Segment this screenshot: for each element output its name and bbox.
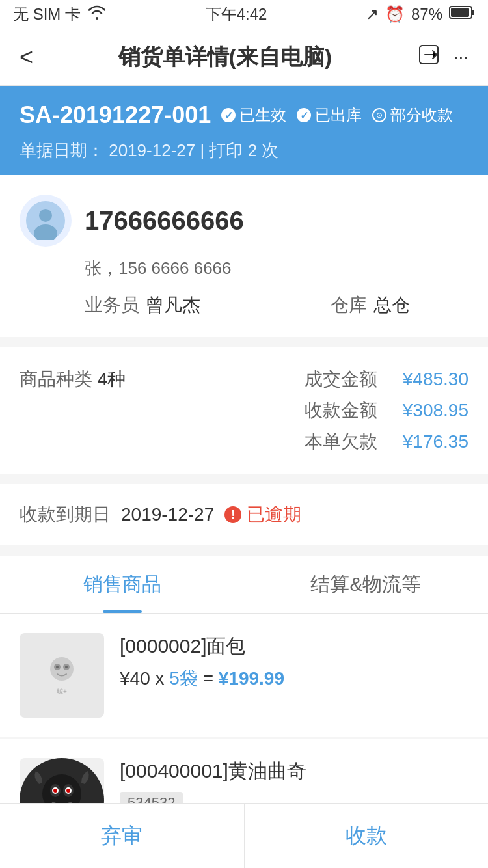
customer-sub-name: 张，156 6666 6666 bbox=[20, 257, 468, 280]
order-id: SA-20191227-001 bbox=[20, 102, 211, 129]
customer-section: 17666666666 张，156 6666 6666 业务员 曾凡杰 仓库 总… bbox=[0, 175, 488, 337]
amount-summary: 成交金额 ¥485.30 收款金额 ¥308.95 本单欠款 ¥176.35 bbox=[299, 367, 468, 454]
svg-text:鲸+: 鲸+ bbox=[57, 688, 67, 695]
tabs-row: 销售商品 结算&物流等 bbox=[0, 556, 488, 613]
badge-shipped: ✓ 已出库 bbox=[297, 105, 362, 126]
overdue-icon: ! bbox=[224, 506, 241, 523]
sales-value: 曾凡杰 bbox=[146, 293, 200, 318]
tab-sales-goods[interactable]: 销售商品 bbox=[0, 556, 244, 613]
debt-amount-row: 本单欠款 ¥176.35 bbox=[299, 429, 468, 454]
location-icon: ↗ bbox=[366, 5, 379, 23]
order-badges: ✓ 已生效 ✓ 已出库 ⊙ 部分收款 bbox=[221, 105, 453, 126]
due-date-value: 2019-12-27 bbox=[121, 504, 214, 525]
svg-point-11 bbox=[65, 666, 68, 668]
overdue-text: 已逾期 bbox=[247, 502, 301, 527]
svg-rect-2 bbox=[451, 8, 469, 17]
due-date-section: 收款到期日 2019-12-27 ! 已逾期 bbox=[0, 484, 488, 545]
confirm-button[interactable]: 收款 bbox=[245, 804, 489, 868]
overdue-badge: ! 已逾期 bbox=[224, 502, 301, 527]
badge-active: ✓ 已生效 bbox=[221, 105, 286, 126]
product-name-1: [0000002]面包 bbox=[120, 633, 468, 660]
summary-section: 商品种类 4种 成交金额 ¥485.30 收款金额 ¥308.95 本单欠款 ¥… bbox=[0, 347, 488, 474]
product-item-1: 鲸+ [0000002]面包 ¥40 x 5袋 = ¥199.99 bbox=[0, 614, 488, 737]
wifi-icon bbox=[87, 5, 107, 23]
order-date-row: 单据日期： 2019-12-27 | 打印 2 次 bbox=[20, 139, 468, 162]
alarm-icon: ⏰ bbox=[385, 5, 405, 23]
svg-point-19 bbox=[53, 789, 57, 793]
nav-bar: < 销货单详情(来自电脑) ··· bbox=[0, 29, 488, 86]
badge-partial: ⊙ 部分收款 bbox=[372, 105, 453, 126]
status-left: 无 SIM 卡 bbox=[13, 4, 107, 25]
page-title: 销货单详情(来自电脑) bbox=[118, 42, 332, 72]
order-header: SA-20191227-001 ✓ 已生效 ✓ 已出库 ⊙ 部分收款 单据日期：… bbox=[0, 86, 488, 175]
status-bar: 无 SIM 卡 下午4:42 ↗ ⏰ 87% bbox=[0, 0, 488, 29]
goods-type: 商品种类 4种 bbox=[20, 367, 126, 392]
battery-icon bbox=[449, 5, 475, 23]
nav-actions: ··· bbox=[417, 43, 468, 71]
customer-info-row: 业务员 曾凡杰 仓库 总仓 bbox=[20, 293, 468, 318]
tab-settlement[interactable]: 结算&物流等 bbox=[244, 556, 488, 613]
customer-row: 17666666666 bbox=[20, 195, 468, 247]
svg-point-7 bbox=[50, 657, 74, 681]
tabs-section: 销售商品 结算&物流等 bbox=[0, 556, 488, 614]
svg-point-20 bbox=[66, 789, 70, 793]
warehouse-value: 总仓 bbox=[373, 293, 410, 318]
share-button[interactable] bbox=[417, 43, 441, 71]
customer-id: 17666666666 bbox=[85, 206, 244, 236]
collection-amount-row: 收款金额 ¥308.95 bbox=[299, 398, 468, 423]
status-right: ↗ ⏰ 87% bbox=[366, 5, 475, 23]
cancel-button[interactable]: 弃审 bbox=[0, 804, 245, 868]
battery-text: 87% bbox=[411, 5, 442, 23]
bottom-bar: 弃审 收款 bbox=[0, 803, 488, 868]
avatar bbox=[20, 195, 72, 247]
trading-amount-row: 成交金额 ¥485.30 bbox=[299, 367, 468, 392]
svg-point-10 bbox=[56, 666, 59, 668]
carrier-text: 无 SIM 卡 bbox=[13, 4, 81, 25]
due-date-label: 收款到期日 bbox=[20, 502, 111, 527]
svg-point-5 bbox=[39, 209, 52, 222]
back-button[interactable]: < bbox=[20, 44, 33, 71]
product-name-2: [000400001]黄油曲奇 bbox=[120, 758, 468, 785]
product-info-1: [0000002]面包 ¥40 x 5袋 = ¥199.99 bbox=[120, 633, 468, 691]
svg-rect-1 bbox=[472, 10, 474, 15]
product-price-1: ¥40 x 5袋 = ¥199.99 bbox=[120, 666, 468, 691]
sales-label: 业务员 bbox=[85, 293, 139, 318]
product-image-1: 鲸+ bbox=[20, 633, 104, 718]
warehouse-label: 仓库 bbox=[331, 293, 367, 318]
more-button[interactable]: ··· bbox=[454, 47, 468, 68]
time-display: 下午4:42 bbox=[206, 4, 267, 25]
